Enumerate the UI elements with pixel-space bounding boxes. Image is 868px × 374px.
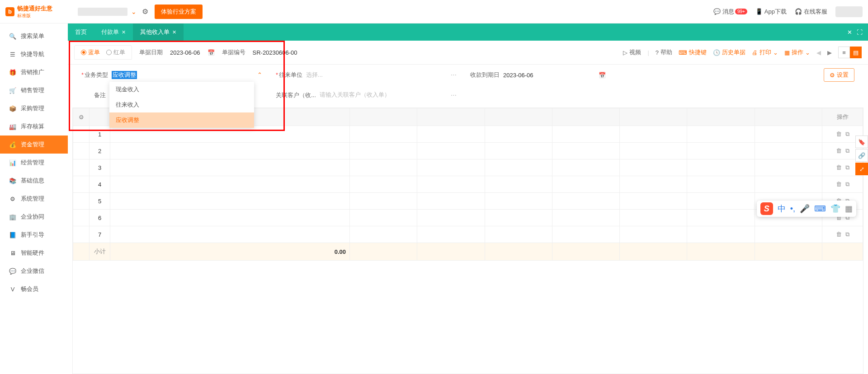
sidebar-item-0[interactable]: 🔍搜索菜单 (0, 27, 68, 45)
float-link-icon[interactable]: 🔗 (855, 149, 868, 162)
float-expand-icon[interactable]: ⤢ (855, 163, 868, 175)
sidebar-icon: 🔍 (9, 33, 16, 40)
delete-icon[interactable]: 🗑 (836, 231, 842, 238)
sidebar-item-6[interactable]: 💰资金管理 (0, 136, 68, 154)
headset-icon: 🎧 (795, 8, 802, 15)
sidebar-item-12[interactable]: 🖥智能硬件 (0, 244, 68, 262)
calendar-icon[interactable]: 📅 (208, 49, 215, 56)
ime-lang[interactable]: 中 (778, 203, 786, 214)
delete-icon[interactable]: 🗑 (836, 164, 842, 171)
settings-button[interactable]: ⚙ 设置 (824, 68, 854, 82)
ime-grid-icon[interactable]: ▦ (845, 204, 853, 214)
brand-name: 畅捷通好生意 (17, 5, 52, 13)
sidebar-item-13[interactable]: 💬企业微信 (0, 262, 68, 280)
dropdown-option[interactable]: 应收调整 (109, 112, 254, 128)
rel-customer-input[interactable]: 请输入关联客户（收入单） ⋯ (320, 89, 457, 101)
copy-icon[interactable]: ⧉ (845, 181, 849, 187)
sidebar-item-9[interactable]: ⚙系统管理 (0, 190, 68, 208)
logo: b 畅捷通好生意 标准版 (5, 5, 69, 19)
sidebar-item-8[interactable]: 📚基础信息 (0, 172, 68, 190)
partner-select[interactable]: 选择... ⋯ (306, 69, 457, 81)
user-avatar[interactable] (835, 6, 863, 17)
table-row[interactable]: 5🗑⧉ (73, 193, 863, 210)
sidebar-item-1[interactable]: ☰快捷导航 (0, 45, 68, 63)
table-gear-icon[interactable]: ⚙ (79, 114, 84, 121)
doc-type-radio: 蓝单 红单 (74, 45, 132, 60)
copy-icon[interactable]: ⧉ (845, 164, 849, 171)
delete-icon[interactable]: 🗑 (836, 147, 842, 154)
trial-button[interactable]: 体验行业方案 (155, 5, 203, 19)
sidebar-item-5[interactable]: 🏭库存核算 (0, 117, 68, 136)
doc-date-value[interactable]: 2023-06-06 (170, 49, 200, 56)
tab-2[interactable]: 其他收入单✕ (133, 23, 184, 41)
ime-punct-icon[interactable]: •, (790, 204, 795, 214)
doc-date-label: 单据日期 (139, 48, 163, 56)
tab-1[interactable]: 付款单✕ (94, 23, 133, 41)
close-icon[interactable]: ✕ (122, 29, 126, 35)
dropdown-option[interactable]: 往来收入 (109, 97, 254, 112)
due-date-field: 收款到期日 2023-06-06 📅 (470, 71, 606, 79)
delete-icon[interactable]: 🗑 (836, 131, 842, 137)
gear-icon: ⚙ (830, 72, 835, 79)
sidebar-item-11[interactable]: 📘新手引导 (0, 226, 68, 244)
question-icon: ? (656, 49, 659, 56)
delete-icon[interactable]: 🗑 (836, 181, 842, 187)
float-tag-icon[interactable]: 🔖 (855, 136, 868, 148)
sidebar-icon: 📘 (9, 231, 16, 238)
more-icon[interactable]: ⋯ (451, 71, 457, 78)
operate-link[interactable]: ▦操作 ⌄ (784, 48, 810, 56)
sidebar-item-4[interactable]: 📦采购管理 (0, 99, 68, 117)
tab-expand-icon[interactable]: ⛶ (857, 29, 863, 36)
sidebar-item-10[interactable]: 🏢企业协同 (0, 208, 68, 226)
table-row[interactable]: 4🗑⧉ (73, 176, 863, 193)
table-row[interactable]: 3🗑⧉ (73, 159, 863, 176)
prev-icon[interactable]: ◀ (816, 49, 821, 56)
tab-0[interactable]: 首页 (68, 23, 94, 41)
doc-no-value: SR-20230606-00 (253, 49, 297, 56)
history-link[interactable]: 🕓历史单据 (713, 48, 745, 56)
messages-button[interactable]: 💬 消息 99+ (713, 8, 747, 16)
view-list-button[interactable]: ≡ (838, 47, 850, 58)
radio-blue[interactable]: 蓝单 (81, 48, 100, 56)
company-selector[interactable]: ⌄ (78, 8, 137, 16)
support-button[interactable]: 🎧 在线客服 (795, 8, 827, 16)
sidebar-item-14[interactable]: V畅会员 (0, 280, 68, 298)
table-row[interactable]: 2🗑⧉ (73, 143, 863, 159)
calendar-icon[interactable]: 📅 (599, 72, 606, 79)
print-link[interactable]: 🖨打印 ⌄ (752, 48, 778, 56)
table-row[interactable]: 1🗑⧉ (73, 126, 863, 143)
sidebar-item-7[interactable]: 📊经营管理 (0, 154, 68, 172)
copy-icon[interactable]: ⧉ (845, 231, 849, 238)
table-row[interactable]: 7🗑⧉ (73, 226, 863, 243)
more-icon[interactable]: ⋯ (451, 92, 457, 98)
next-icon[interactable]: ▶ (827, 49, 832, 56)
chevron-down-icon: ⌄ (805, 49, 810, 56)
sidebar-item-2[interactable]: 🎁营销推广 (0, 63, 68, 81)
tab-close-all-icon[interactable]: ✕ (847, 29, 852, 36)
view-card-button[interactable]: ▤ (850, 47, 862, 58)
radio-red[interactable]: 红单 (106, 48, 125, 56)
copy-icon[interactable]: ⧉ (845, 131, 849, 137)
doc-toolbar: 蓝单 红单 单据日期 2023-06-06 📅 单据编号 SR-20230606… (68, 41, 868, 65)
table-row[interactable]: 6🗑⧉ (73, 210, 863, 226)
brand-edition: 标准版 (17, 13, 52, 19)
sidebar-icon: 🏢 (9, 213, 16, 220)
ime-keyboard-icon[interactable]: ⌨ (814, 204, 826, 214)
shortcut-link[interactable]: ⌨快捷键 (679, 48, 707, 56)
ime-skin-icon[interactable]: 👕 (830, 204, 840, 214)
copy-icon[interactable]: ⧉ (845, 147, 849, 154)
due-date-value[interactable]: 2023-06-06 (503, 72, 533, 79)
video-link[interactable]: ▷视频 (623, 48, 641, 56)
close-icon[interactable]: ✕ (172, 29, 176, 35)
dropdown-option[interactable]: 现金收入 (109, 82, 254, 97)
sidebar-icon: 📚 (9, 177, 16, 184)
sidebar-item-3[interactable]: 🛒销售管理 (0, 81, 68, 99)
sidebar-icon: 📦 (9, 105, 16, 112)
sidebar-icon: ☰ (9, 51, 16, 58)
help-link[interactable]: ?帮助 (656, 48, 672, 56)
app-download-button[interactable]: 📱 App下载 (755, 8, 787, 16)
sidebar-icon: 🎁 (9, 69, 16, 76)
ime-mic-icon[interactable]: 🎤 (800, 204, 810, 214)
gear-icon[interactable]: ⚙ (142, 7, 148, 16)
biz-type-select[interactable]: 应收调整 ⌃ (112, 69, 262, 81)
